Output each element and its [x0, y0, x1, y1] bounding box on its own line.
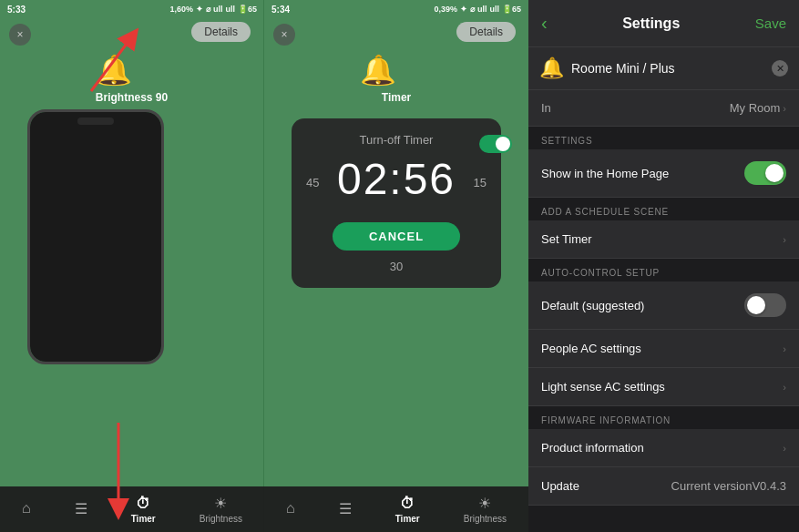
toggle-knob-home — [765, 164, 784, 182]
show-home-row: Show in the Home Page — [528, 149, 799, 198]
device-name-input[interactable] — [571, 61, 764, 76]
settings-scroll: SETTINGS Show in the Home Page ADD A SCH… — [528, 127, 799, 532]
light-sense-row[interactable]: Light sense AC settings › — [528, 368, 799, 406]
timer-tab-icon: ⏱ — [136, 496, 150, 512]
left-panel: 5:33 1,60% ✦ ⌀ ull ull 🔋65 5:34 0,39% ✦ … — [0, 0, 528, 532]
right-panel: ‹ Settings Save 🔔 ✕ In My Room › SETTING… — [528, 0, 799, 532]
screen-right: × Details 🔔 Timer Turn-off Timer 45 02:5… — [264, 0, 528, 532]
home-icon: ⌂ — [22, 500, 31, 517]
tab-timer-label-r: Timer — [395, 514, 420, 524]
phone-screen — [30, 112, 161, 362]
settings-header: ‹ Settings Save — [528, 0, 799, 47]
tab-brightness-r[interactable]: ☀ Brightness — [464, 495, 507, 524]
time-left: 5:33 — [7, 5, 26, 15]
timer-toggle-area — [479, 135, 512, 153]
in-chevron-icon: › — [783, 103, 786, 114]
tab-home-r[interactable]: ⌂ — [286, 500, 295, 518]
set-timer-row[interactable]: Set Timer › — [528, 220, 799, 259]
timer-bottom-num: 30 — [306, 260, 487, 273]
device-icon: 🔔 — [539, 56, 564, 80]
show-home-label: Show in the Home Page — [541, 167, 669, 180]
save-button[interactable]: Save — [755, 15, 786, 31]
details-button-right[interactable]: Details — [456, 22, 516, 42]
phone-mockup — [27, 109, 164, 364]
section-header-schedule: ADD A SCHEDULE SCENE — [528, 198, 799, 220]
bottom-tabs-right: ⌂ ☰ ⏱ Timer ☀ Brightness — [264, 486, 528, 532]
bell-label-left: Brightness 90 — [96, 91, 168, 104]
in-value: My Room › — [730, 101, 786, 115]
default-suggested-row: Default (suggested) — [528, 281, 799, 330]
update-value: Current versionV0.4.3 — [671, 479, 786, 493]
people-ac-row[interactable]: People AC settings › — [528, 330, 799, 368]
back-button[interactable]: ‹ — [541, 13, 548, 34]
set-timer-chevron: › — [783, 234, 786, 245]
in-room-value: My Room — [730, 101, 781, 115]
default-suggested-label: Default (suggested) — [541, 299, 644, 312]
brightness-icon: ☀ — [214, 495, 227, 512]
device-name-row: 🔔 ✕ — [528, 47, 799, 90]
screen-left: × Details 🔔 Brightness 90 ⌂ ☰ ⏱ Timer ☀ … — [0, 0, 264, 532]
tab-brightness[interactable]: ☀ Brightness — [200, 495, 242, 524]
time-right: 5:34 — [271, 5, 290, 15]
tab-timer-r[interactable]: ⏱ Timer — [395, 496, 420, 524]
tab-timer[interactable]: ⏱ Timer — [131, 496, 156, 524]
tab-menu-r[interactable]: ☰ — [339, 500, 352, 519]
show-home-toggle[interactable] — [744, 161, 786, 185]
status-icons-left: 1,60% ✦ ⌀ ull ull 🔋65 — [169, 5, 257, 14]
light-sense-label: Light sense AC settings — [541, 380, 665, 394]
clear-button[interactable]: ✕ — [772, 60, 788, 77]
brightness-icon-r: ☀ — [478, 495, 491, 512]
section-header-firmware: FIRMWARE INFORMATION — [528, 406, 799, 429]
section-header-settings: SETTINGS — [528, 127, 799, 149]
in-row: In My Room › — [528, 90, 799, 127]
timer-card: Turn-off Timer 45 02:56 15 CANCEL 30 — [292, 118, 501, 288]
tab-home[interactable]: ⌂ — [22, 500, 31, 518]
timer-row: 45 02:56 15 — [306, 154, 487, 211]
toggle-knob-default — [747, 296, 765, 314]
close-button-right[interactable]: × — [273, 24, 295, 46]
tab-brightness-label: Brightness — [200, 514, 242, 524]
settings-icon: ☰ — [75, 500, 87, 517]
timer-icon-r: ⏱ — [400, 496, 415, 512]
product-info-label: Product information — [541, 441, 644, 455]
timer-card-title: Turn-off Timer — [306, 133, 487, 147]
timer-small-toggle[interactable] — [479, 135, 512, 153]
product-info-row[interactable]: Product information › — [528, 429, 799, 467]
set-timer-label: Set Timer — [541, 232, 592, 246]
people-ac-chevron: › — [783, 343, 786, 354]
timer-display: 02:56 — [337, 154, 456, 204]
light-sense-chevron: › — [783, 382, 786, 393]
tab-timer-label: Timer — [131, 514, 156, 524]
update-label: Update — [541, 479, 579, 493]
product-info-chevron: › — [783, 443, 786, 454]
settings-title: Settings — [622, 15, 680, 32]
details-button-left[interactable]: Details — [191, 22, 251, 42]
timer-left-num: 45 — [306, 176, 319, 189]
cancel-button[interactable]: CANCEL — [333, 222, 460, 251]
bell-icon-left: 🔔 — [96, 53, 132, 87]
in-label: In — [541, 101, 551, 115]
bell-icon-right: 🔔 — [360, 53, 396, 87]
people-ac-label: People AC settings — [541, 342, 641, 355]
default-suggested-toggle[interactable] — [744, 293, 786, 317]
bell-label-right: Timer — [382, 91, 411, 104]
close-button-left[interactable]: × — [9, 24, 31, 46]
timer-right-num: 15 — [474, 176, 487, 189]
bottom-tabs-left: ⌂ ☰ ⏱ Timer ☀ Brightness — [0, 486, 264, 532]
home-icon-r: ⌂ — [286, 500, 295, 517]
tab-brightness-label-r: Brightness — [464, 514, 507, 524]
status-bar-left: 5:33 1,60% ✦ ⌀ ull ull 🔋65 — [0, 0, 264, 18]
update-row: Update Current versionV0.4.3 — [528, 467, 799, 506]
section-header-auto: AUTO-CONTROL SETUP — [528, 259, 799, 281]
tab-settings-left[interactable]: ☰ — [75, 500, 87, 519]
status-bar-right: 5:34 0,39% ✦ ⌀ ull ull 🔋65 — [264, 0, 528, 18]
status-icons-right: 0,39% ✦ ⌀ ull ull 🔋65 — [434, 5, 521, 14]
phone-notch — [77, 118, 114, 125]
menu-icon-r: ☰ — [339, 500, 352, 517]
